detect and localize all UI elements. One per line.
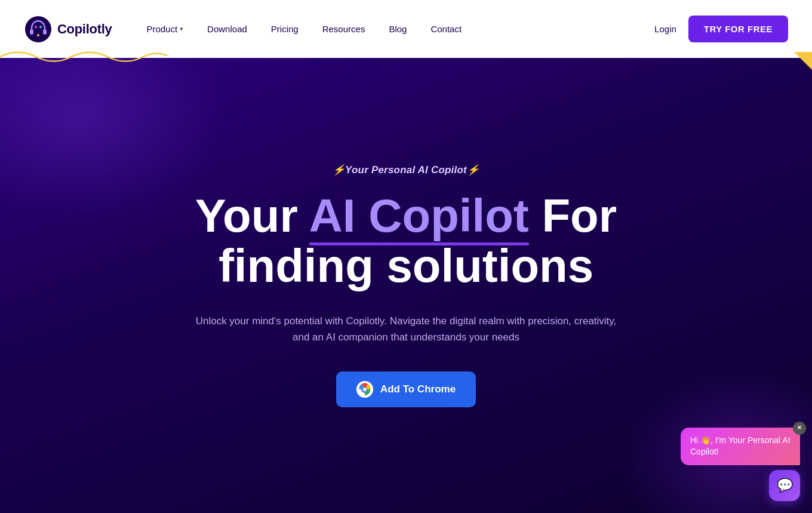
logo-text: Copilotly [57,21,112,37]
svg-point-4 [35,26,37,28]
nav-item-download[interactable]: Download [196,19,258,39]
chrome-icon [356,381,373,398]
add-to-chrome-button[interactable]: Add To Chrome [336,371,476,407]
try-for-free-button[interactable]: TRY FOR FREE [688,16,788,42]
chat-trigger-icon: 💬 [777,478,793,493]
nav-item-pricing[interactable]: Pricing [260,19,309,39]
chat-trigger-button[interactable]: 💬 [769,470,800,501]
hero-tagline: ⚡Your Personal AI Copilot⚡ [333,164,479,176]
nav-item-contact[interactable]: Contact [420,19,472,39]
hero-title: Your AI Copilot For finding solutions [195,191,617,291]
svg-point-5 [39,26,42,28]
login-link[interactable]: Login [654,24,676,34]
nav-item-product[interactable]: Product ▾ [136,19,194,39]
nav-item-blog[interactable]: Blog [378,19,417,39]
chat-widget: × Hi 👋, I'm Your Personal AI Copilot! 💬 [681,428,800,501]
svg-rect-1 [30,29,33,35]
chat-bubble-text: Hi 👋, I'm Your Personal AI Copilot! [690,435,791,457]
navbar: Copilotly Product ▾ Download Pricing Res… [0,0,812,58]
svg-rect-2 [43,29,47,35]
logo[interactable]: Copilotly [24,15,112,44]
chevron-down-icon: ▾ [180,25,183,33]
hero-subtitle: Unlock your mind's potential with Copilo… [191,313,621,345]
chat-bubble: × Hi 👋, I'm Your Personal AI Copilot! [681,428,800,465]
nav-right: Login TRY FOR FREE [654,16,788,42]
chat-close-button[interactable]: × [793,422,806,435]
svg-point-10 [363,388,367,391]
add-to-chrome-label: Add To Chrome [380,383,456,395]
nav-item-resources[interactable]: Resources [312,19,376,39]
logo-icon [24,15,53,44]
svg-point-3 [37,34,39,36]
svg-point-0 [25,16,51,42]
nav-links: Product ▾ Download Pricing Resources Blo… [136,19,654,39]
